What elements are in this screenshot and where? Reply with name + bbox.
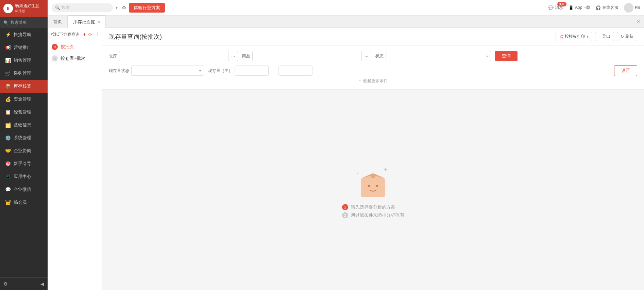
left-filter-panel: 按以下方案查询 + ⊙ 《 ⊙ 按批次 ○ 按仓库+批次 — [48, 28, 102, 290]
sidebar-item-purchase[interactable]: 🛒 采购管理 — [0, 67, 48, 80]
stock-status-label: 现存量状态 — [109, 68, 129, 74]
warehouse-input-wrapper[interactable]: ··· — [119, 51, 238, 61]
scheme-icon-batch: ⊙ — [52, 44, 58, 50]
tabbar-close-button[interactable]: × — [633, 19, 644, 25]
sidebar-item-member[interactable]: 👑 畅会员 — [0, 196, 48, 209]
scheme-label-batch: 按批次 — [61, 44, 74, 50]
sidebar-item-operations[interactable]: 📋 经营管理 — [0, 106, 48, 119]
scheme-item-warehouse-batch[interactable]: ○ 按仓库+批次 — [48, 53, 102, 64]
topbar-search-icon: 🔍 — [55, 5, 60, 10]
stock-amount-max-input[interactable] — [278, 66, 312, 76]
filter-stock-status: 现存量状态 ▾ — [109, 66, 204, 76]
collapse-arrow-icon: ⌃ — [358, 79, 362, 84]
right-content: 现存量查询(按批次) 🖨 按模板打印 ▾ ↑ 导出 ↻ 刷新 — [102, 28, 644, 290]
operations-icon: 📋 — [5, 109, 11, 115]
sidebar-item-label: 基础信息 — [14, 122, 31, 128]
print-label: 按模板打印 — [565, 34, 585, 39]
username-label: Rit — [635, 5, 640, 10]
topbar-actions: 💬 消息 99+ 📱 App下载 🎧 在线客服 Rit — [548, 3, 640, 13]
left-panel-header: 按以下方案查询 + ⊙ 《 — [48, 28, 102, 41]
filter-stock-amount: 现存量（主） — — [208, 66, 317, 76]
stock-amount-min-input[interactable] — [235, 66, 269, 76]
system-icon: ⚙️ — [5, 135, 11, 141]
footer-settings-icon[interactable]: ⚙ — [3, 281, 8, 287]
hint-2-text: 用过滤条件来缩小分析范围 — [351, 212, 404, 218]
sidebar-item-label: 企业协同 — [14, 148, 31, 154]
sidebar-item-label: 畅会员 — [14, 199, 27, 205]
member-icon: 👑 — [5, 199, 11, 205]
stock-status-select[interactable]: ▾ — [131, 66, 204, 76]
sidebar-item-basics[interactable]: 🗂️ 基础信息 — [0, 119, 48, 131]
sidebar-item-label: 快捷导航 — [14, 32, 31, 38]
empty-illustration: ✦ ✦ — [353, 161, 393, 199]
app-download-icon: 📱 — [569, 5, 574, 10]
page-header: 现存量查询(按批次) 🖨 按模板打印 ▾ ↑ 导出 ↻ 刷新 — [102, 28, 644, 46]
topbar-chevron-icon[interactable]: ▾ — [116, 5, 118, 10]
refresh-button[interactable]: ↻ 刷新 — [617, 32, 637, 41]
sidebar-item-label: 资金管理 — [14, 96, 31, 102]
query-button[interactable]: 查询 — [495, 51, 518, 61]
tab-inventory-batch[interactable]: 库存批次账 × — [68, 16, 106, 28]
sidebar-item-appstore[interactable]: 📱 应用中心 — [0, 170, 48, 183]
print-icon: 🖨 — [559, 34, 563, 39]
sidebar: 6 畅康通好生意 标准版 🔍 搜索菜单 ⚡ 快捷导航 📢 营销推广 📊 销售管理… — [0, 0, 48, 290]
content-area: 按以下方案查询 + ⊙ 《 ⊙ 按批次 ○ 按仓库+批次 — [48, 28, 644, 290]
collapse-label: 收起更多条件 — [363, 78, 388, 84]
export-button[interactable]: ↑ 导出 — [595, 32, 614, 41]
sidebar-item-shortcut[interactable]: ⚡ 快捷导航 — [0, 28, 48, 41]
print-chevron: ▾ — [587, 34, 589, 39]
sidebar-item-finance[interactable]: 💰 资金管理 — [0, 93, 48, 106]
sidebar-search[interactable]: 🔍 搜索菜单 — [0, 17, 48, 28]
sidebar-item-label: 采购管理 — [14, 70, 31, 76]
shortcut-icon: ⚡ — [5, 32, 11, 38]
scheme-collapse-icon[interactable]: 《 — [94, 32, 98, 37]
sidebar-item-label: 应用中心 — [14, 174, 31, 180]
panel-header-title: 按以下方案查询 — [51, 32, 80, 37]
add-scheme-icon[interactable]: + — [83, 31, 86, 37]
status-select[interactable]: ▾ — [386, 51, 491, 61]
settings-button[interactable]: 设置 — [614, 65, 637, 76]
app-download-button[interactable]: 📱 App下载 — [569, 5, 590, 11]
user-menu[interactable]: Rit — [624, 3, 640, 13]
goods-input-wrapper[interactable]: ··· — [252, 51, 371, 61]
sidebar-header: 6 畅康通好生意 标准版 — [0, 0, 48, 17]
enterprise-icon: 🤝 — [5, 148, 11, 154]
topbar-search-box[interactable]: 🔍 搜索 — [52, 3, 113, 12]
sidebar-item-wechat[interactable]: 💬 企业微信 — [0, 183, 48, 196]
export-label: 导出 — [602, 34, 610, 39]
scheme-settings-icon[interactable]: ⊙ — [88, 32, 92, 37]
status-chevron-icon: ▾ — [486, 54, 488, 58]
sidebar-item-marketing[interactable]: 📢 营销推广 — [0, 41, 48, 54]
messages-button[interactable]: 💬 消息 99+ — [548, 5, 563, 11]
filter-warehouse: 仓库 ··· — [109, 51, 238, 61]
print-button[interactable]: 🖨 按模板打印 ▾ — [556, 32, 592, 41]
collapse-more-button[interactable]: ⌃ 收起更多条件 — [109, 76, 637, 86]
page-title: 现存量查询(按批次) — [109, 33, 162, 41]
goods-dots-icon[interactable]: ··· — [361, 51, 371, 61]
experience-button[interactable]: 体验行业方案 — [129, 3, 165, 13]
headset-icon: 🎧 — [596, 5, 601, 10]
goods-input[interactable] — [253, 54, 361, 58]
sidebar-item-newcomer[interactable]: 🎯 新手引导 — [0, 157, 48, 170]
tab-home[interactable]: 首页 — [48, 16, 68, 28]
warehouse-input[interactable] — [119, 54, 228, 58]
messages-badge: 99+ — [557, 2, 566, 6]
search-label: 搜索菜单 — [11, 20, 27, 25]
tab-close-icon[interactable]: × — [98, 20, 100, 24]
tabbar: 首页 库存批次账 × × — [48, 16, 644, 28]
customer-service-button[interactable]: 🎧 在线客服 — [596, 5, 618, 11]
sidebar-footer: ⚙ ◀ — [0, 277, 48, 290]
warehouse-dots-icon[interactable]: ··· — [228, 51, 238, 61]
sidebar-item-label: 系统管理 — [14, 135, 31, 141]
sidebar-item-system[interactable]: ⚙️ 系统管理 — [0, 131, 48, 144]
sidebar-item-inventory[interactable]: 📦 库存核算 — [0, 80, 48, 93]
footer-collapse-icon[interactable]: ◀ — [40, 281, 44, 287]
sidebar-item-sales[interactable]: 📊 销售管理 — [0, 54, 48, 67]
basics-icon: 🗂️ — [5, 122, 11, 128]
sidebar-item-enterprise[interactable]: 🤝 企业协同 — [0, 144, 48, 157]
scheme-item-batch[interactable]: ⊙ 按批次 — [48, 41, 102, 53]
empty-state: ✦ ✦ 1 请先选择要分析的方案 2 用过滤条件来缩小分析范围 — [102, 90, 644, 290]
sidebar-item-label: 销售管理 — [14, 57, 31, 64]
topbar-settings-icon[interactable]: ⚙ — [122, 5, 126, 11]
refresh-label: 刷新 — [625, 34, 633, 39]
